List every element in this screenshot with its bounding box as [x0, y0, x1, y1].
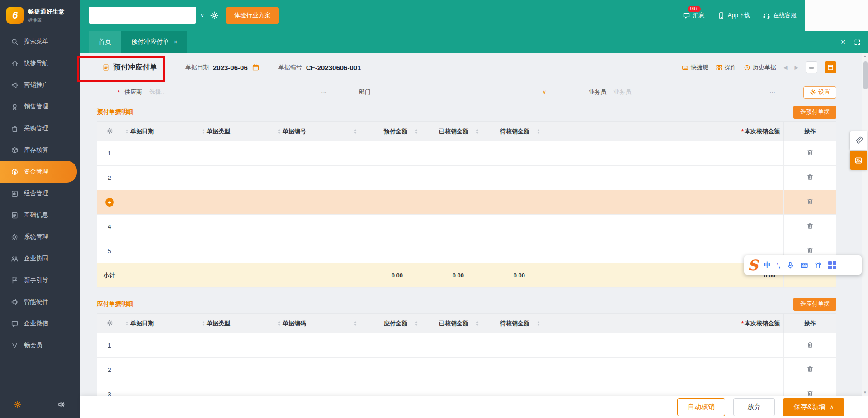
sidebar-item-funds[interactable]: 资金管理: [0, 161, 77, 183]
cell[interactable]: [472, 333, 533, 358]
cell[interactable]: [350, 358, 411, 382]
sidebar-item-basic-info[interactable]: 基础信息: [0, 204, 80, 226]
cell[interactable]: [350, 141, 411, 166]
scrollbar[interactable]: ▲ ▼: [862, 53, 868, 396]
cell[interactable]: [533, 382, 784, 396]
form-view-toggle[interactable]: [825, 61, 836, 73]
cell[interactable]: [350, 382, 411, 396]
cell[interactable]: [274, 382, 350, 396]
list-view-toggle[interactable]: [806, 61, 817, 73]
sidebar-item-member[interactable]: 畅会员: [0, 334, 80, 356]
cell[interactable]: [350, 333, 411, 358]
column-config[interactable]: [97, 314, 122, 333]
sidebar-item-inventory[interactable]: 库存核算: [0, 139, 80, 161]
cell[interactable]: [411, 166, 472, 190]
col-header-written[interactable]: 已核销金额: [411, 122, 472, 141]
ime-punctuation-toggle[interactable]: ’,: [777, 261, 780, 269]
col-header-type[interactable]: 单据类型: [198, 122, 274, 141]
select-prepay-button[interactable]: 选预付单据: [793, 106, 836, 119]
cell[interactable]: [198, 382, 274, 396]
cell[interactable]: [472, 190, 533, 215]
next-doc-icon[interactable]: ▶: [795, 65, 798, 70]
cell[interactable]: [472, 382, 533, 396]
support-button[interactable]: 在线客服: [763, 11, 797, 19]
cell[interactable]: [198, 141, 274, 166]
fullscreen-icon[interactable]: [854, 39, 861, 46]
calendar-icon[interactable]: [252, 64, 259, 71]
cell[interactable]: [411, 239, 472, 263]
cell[interactable]: [472, 358, 533, 382]
tab-home[interactable]: 首页: [89, 31, 121, 53]
cell[interactable]: [122, 190, 198, 215]
scroll-thumb[interactable]: [863, 61, 868, 89]
delete-row-icon[interactable]: [807, 247, 814, 254]
sidebar-item-sales[interactable]: 销售管理: [0, 96, 80, 117]
col-header-code[interactable]: 单据编码: [274, 314, 350, 333]
cell[interactable]: [122, 215, 198, 239]
col-header-amount[interactable]: 应付金额: [350, 314, 411, 333]
discard-button[interactable]: 放弃: [733, 398, 775, 416]
col-header-type[interactable]: 单据类型: [198, 314, 274, 333]
cell[interactable]: [472, 215, 533, 239]
scroll-up-icon[interactable]: ▲: [863, 55, 867, 58]
save-and-new-button[interactable]: 保存&新增 ∧: [783, 398, 844, 416]
keyboard-icon[interactable]: [800, 261, 808, 269]
col-header-pending[interactable]: 待核销金额: [472, 122, 533, 141]
col-header-number[interactable]: 单据编号: [274, 122, 350, 141]
cell[interactable]: [198, 239, 274, 263]
cell[interactable]: [198, 358, 274, 382]
column-config[interactable]: [97, 122, 122, 141]
cell[interactable]: [198, 190, 274, 215]
cell[interactable]: [533, 358, 784, 382]
actions-button[interactable]: 操作: [716, 63, 736, 71]
cell[interactable]: [122, 239, 198, 263]
department-dropdown-icon[interactable]: ∨: [542, 89, 546, 95]
sidebar-item-collaboration[interactable]: 企业协同: [0, 248, 80, 269]
cell[interactable]: [533, 166, 784, 190]
cell[interactable]: [198, 333, 274, 358]
delete-row-icon[interactable]: [807, 198, 814, 205]
screenshot-button[interactable]: [850, 151, 867, 170]
ime-language-toggle[interactable]: 中: [764, 261, 771, 269]
cell[interactable]: [411, 358, 472, 382]
delete-row-icon[interactable]: [807, 390, 814, 396]
cell[interactable]: [122, 141, 198, 166]
close-icon[interactable]: ✕: [840, 38, 846, 46]
col-header-written[interactable]: 已核销金额: [411, 314, 472, 333]
prev-doc-icon[interactable]: ◀: [783, 65, 787, 70]
cell[interactable]: [350, 166, 411, 190]
cell[interactable]: [411, 333, 472, 358]
cell[interactable]: [533, 141, 784, 166]
sidebar-item-search-menu[interactable]: 搜索菜单: [0, 31, 80, 52]
col-header-current[interactable]: *本次核销金额: [533, 314, 784, 333]
auto-writeoff-button[interactable]: 自动核销: [677, 398, 725, 416]
skin-icon[interactable]: [814, 261, 822, 269]
cell[interactable]: [533, 190, 784, 215]
cell[interactable]: [274, 239, 350, 263]
department-input[interactable]: [378, 89, 540, 95]
settings-button[interactable]: 设置: [803, 86, 836, 99]
salesman-input[interactable]: [613, 89, 767, 95]
sidebar-item-marketing[interactable]: 营销推广: [0, 74, 80, 96]
add-row-button[interactable]: +: [105, 198, 114, 207]
cell[interactable]: [274, 333, 350, 358]
delete-row-icon[interactable]: [807, 366, 814, 373]
col-header-date[interactable]: 单据日期: [122, 122, 198, 141]
doc-date-value[interactable]: 2023-06-06: [213, 64, 248, 71]
messages-button[interactable]: 99+ 消息: [683, 11, 705, 19]
chevron-down-icon[interactable]: ∨: [200, 12, 204, 19]
sogou-logo[interactable]: S: [748, 258, 758, 272]
cell[interactable]: [274, 215, 350, 239]
col-header-pending[interactable]: 待核销金额: [472, 314, 533, 333]
cell[interactable]: [411, 215, 472, 239]
cell[interactable]: [122, 333, 198, 358]
sidebar-item-quick-nav[interactable]: 快捷导航: [0, 52, 80, 74]
cell[interactable]: [198, 215, 274, 239]
cell[interactable]: [472, 166, 533, 190]
cell[interactable]: [411, 141, 472, 166]
cell[interactable]: [472, 141, 533, 166]
supplier-picker-icon[interactable]: ⋯: [321, 89, 327, 95]
cell[interactable]: [411, 190, 472, 215]
history-button[interactable]: 历史单据: [744, 63, 776, 71]
sidebar-item-system[interactable]: 系统管理: [0, 226, 80, 248]
